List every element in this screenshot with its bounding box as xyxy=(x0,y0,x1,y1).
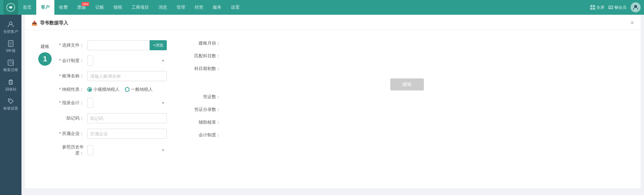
tax-type-label: * 纳税性质： xyxy=(57,86,87,92)
step-circle: 1 xyxy=(38,52,52,66)
user-avatar[interactable] xyxy=(631,2,641,12)
voucher-label: 凭证数： xyxy=(187,94,224,100)
radio-small-circle xyxy=(87,87,92,92)
match-accounts-label: 匹配科目数： xyxy=(187,53,224,59)
tax-type-general[interactable]: 一般纳税人 xyxy=(125,86,153,92)
member-button[interactable]: 畅会员 xyxy=(608,5,627,10)
nav-business[interactable]: 工商项目 xyxy=(127,0,154,15)
sidebar-item-account-migration[interactable]: 账套迁移 xyxy=(1,56,21,75)
memo-input[interactable] xyxy=(87,113,167,123)
nav-message[interactable]: 消息 xyxy=(154,0,172,15)
affiliated-company-row: * 所属企业： xyxy=(57,129,167,139)
top-nav: 首页 客户 收费 票据 new 记账 报税 工商项目 消息 管理 经营 服务 设… xyxy=(0,0,644,15)
svg-rect-5 xyxy=(593,8,595,9)
aux-accounting-row: 辅助核算： xyxy=(187,119,627,125)
assign-accountant-select[interactable] xyxy=(87,98,93,108)
svg-rect-4 xyxy=(591,8,592,9)
sidebar: 全部客户 0申报 账套迁移 回收站 标签设置 xyxy=(0,15,21,195)
accounting-system-info-label: 会计制度： xyxy=(187,132,224,138)
history-year-row: 参照历史年度： xyxy=(57,144,167,156)
history-year-label: 参照历史年度： xyxy=(57,144,87,156)
svg-point-1 xyxy=(10,6,12,8)
accounting-system-select[interactable] xyxy=(87,56,93,66)
accounting-system-row: * 会计制度： xyxy=(57,56,167,66)
memo-label: 助记码： xyxy=(57,115,87,121)
main-content: 📥 导爷数据导入 × 建账 1 * 选择文件： xyxy=(21,15,644,195)
nav-tax[interactable]: 报税 xyxy=(109,0,127,15)
sidebar-item-zero-filing[interactable]: 0申报 xyxy=(1,37,21,56)
tax-type-small[interactable]: 小规模纳税人 xyxy=(87,86,119,92)
page-header: 📥 导爷数据导入 × xyxy=(25,15,641,30)
new-badge: new xyxy=(82,2,89,6)
affiliated-company-input[interactable] xyxy=(87,129,167,139)
svg-rect-3 xyxy=(593,5,595,7)
voucher-row: 凭证数： xyxy=(187,94,627,100)
accounting-system-label: * 会计制度： xyxy=(57,58,87,64)
assign-accountant-select-wrapper xyxy=(87,98,167,108)
nav-service[interactable]: 服务 xyxy=(208,0,226,15)
voucher-entries-label: 凭证分录数： xyxy=(187,107,224,113)
tax-type-row: * 纳税性质： 小规模纳税人 一般纳税人 xyxy=(57,86,167,92)
nav-right: 全屏 畅会员 xyxy=(590,2,641,12)
step-label: 建账 xyxy=(41,44,49,50)
file-input-group: +浏览 xyxy=(87,40,167,50)
nav-home[interactable]: 首页 xyxy=(18,0,36,15)
file-label: * 选择文件： xyxy=(57,42,87,48)
accounting-system-info-row: 会计制度： xyxy=(187,132,627,138)
svg-point-12 xyxy=(9,100,10,101)
sidebar-item-all-customers[interactable]: 全部客户 xyxy=(1,18,21,37)
history-year-select-wrapper xyxy=(87,145,167,155)
nav-billing[interactable]: 收费 xyxy=(54,0,72,15)
assign-accountant-row: * 指派会计： xyxy=(57,98,167,108)
page-title-row: 📥 导爷数据导入 xyxy=(32,20,68,26)
ledger-name-row: * 账簿名称： xyxy=(57,71,167,81)
memo-row: 助记码： xyxy=(57,113,167,123)
right-info-panel: 建账月份： 匹配科目数： 科目期初数： 建账 凭证数： xyxy=(187,40,627,161)
fullscreen-button[interactable]: 全屏 xyxy=(590,5,604,10)
history-year-select[interactable] xyxy=(87,145,93,155)
nav-items: 首页 客户 收费 票据 new 记账 报税 工商项目 消息 管理 经营 服务 设… xyxy=(18,0,590,15)
accounting-system-select-wrapper xyxy=(87,56,167,66)
browse-button[interactable]: +浏览 xyxy=(150,40,167,50)
nav-operation[interactable]: 经营 xyxy=(190,0,208,15)
build-btn-row: 建账 xyxy=(187,78,627,90)
step-section: 建账 1 xyxy=(38,40,52,66)
svg-rect-11 xyxy=(9,81,12,84)
aux-accounting-label: 辅助核算： xyxy=(187,119,224,125)
sidebar-item-recycle-bin[interactable]: 回收站 xyxy=(1,76,21,94)
svg-rect-9 xyxy=(8,41,13,47)
assign-accountant-label: * 指派会计： xyxy=(57,100,87,106)
file-input[interactable] xyxy=(87,40,150,50)
svg-rect-2 xyxy=(591,5,592,7)
ledger-name-label: * 账簿名称： xyxy=(57,73,87,79)
initial-balance-row: 科目期初数： xyxy=(187,66,627,72)
nav-customer[interactable]: 客户 xyxy=(36,0,54,15)
affiliated-company-label: * 所属企业： xyxy=(57,131,87,137)
page-container: 📥 导爷数据导入 × 建账 1 * 选择文件： xyxy=(25,15,641,188)
sidebar-item-tag-settings[interactable]: 标签设置 xyxy=(1,95,21,113)
svg-point-8 xyxy=(9,22,12,24)
file-row: * 选择文件： +浏览 xyxy=(57,40,167,50)
left-form: * 选择文件： +浏览 * 会计制度： xyxy=(57,40,167,161)
app-logo xyxy=(3,0,18,15)
radio-general-circle xyxy=(125,87,130,92)
page-title: 导爷数据导入 xyxy=(40,20,68,26)
initial-balance-label: 科目期初数： xyxy=(187,66,224,72)
match-accounts-row: 匹配科目数： xyxy=(187,53,627,59)
nav-invoice[interactable]: 票据 new xyxy=(72,0,91,15)
form-outer: 建账 1 * 选择文件： +浏览 * 会计制度： xyxy=(25,30,641,172)
close-button[interactable]: × xyxy=(630,19,634,26)
build-button[interactable]: 建账 xyxy=(390,78,424,90)
nav-settings[interactable]: 设置 xyxy=(226,0,244,15)
tax-type-radio-group: 小规模纳税人 一般纳税人 xyxy=(87,86,167,92)
build-month-row: 建账月份： xyxy=(187,40,627,46)
build-month-label: 建账月份： xyxy=(187,40,224,46)
ledger-name-input[interactable] xyxy=(87,71,167,81)
nav-manage[interactable]: 管理 xyxy=(172,0,190,15)
nav-bookkeeping[interactable]: 记账 xyxy=(91,0,109,15)
voucher-entries-row: 凭证分录数： xyxy=(187,107,627,113)
import-icon: 📥 xyxy=(32,20,37,26)
